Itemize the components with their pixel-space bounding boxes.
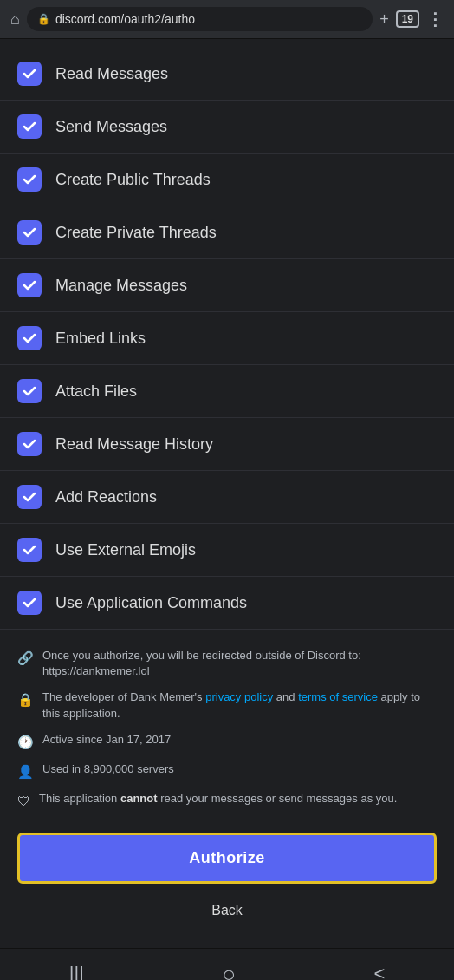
checkbox-use-application-commands[interactable] <box>17 591 42 615</box>
permission-item-send-messages[interactable]: Send Messages <box>0 101 454 154</box>
home-icon[interactable]: ⌂ <box>10 10 20 29</box>
privacy-info: 🔒 The developer of Dank Memer's privacy … <box>17 689 437 721</box>
checkbox-attach-files[interactable] <box>17 379 42 403</box>
servers-text: Used in 8,900,000 servers <box>42 761 174 777</box>
servers-info: 👤 Used in 8,900,000 servers <box>17 761 437 781</box>
link-icon: 🔗 <box>17 649 34 667</box>
checkbox-read-messages[interactable] <box>17 62 42 86</box>
permissions-list: Read Messages Send Messages Create Publi… <box>0 39 454 630</box>
permission-item-add-reactions[interactable]: Add Reactions <box>0 471 454 524</box>
permission-item-create-public-threads[interactable]: Create Public Threads <box>0 154 454 206</box>
privacy-icon: 🔒 <box>17 690 34 709</box>
permission-item-embed-links[interactable]: Embed Links <box>0 312 454 365</box>
cannot-read-text: This application cannot read your messag… <box>39 791 397 807</box>
checkbox-use-external-emojis[interactable] <box>17 538 42 562</box>
permission-item-create-private-threads[interactable]: Create Private Threads <box>0 206 454 259</box>
checkbox-create-private-threads[interactable] <box>17 220 42 245</box>
redirect-info: 🔗 Once you authorize, you will be redire… <box>17 648 437 679</box>
permission-label-embed-links: Embed Links <box>55 330 146 348</box>
permission-label-use-application-commands: Use Application Commands <box>55 594 247 612</box>
redirect-text: Once you authorize, you will be redirect… <box>42 648 437 679</box>
bottom-nav: ||| ○ < <box>0 948 454 980</box>
privacy-policy-link[interactable]: privacy policy <box>205 690 273 703</box>
permission-item-manage-messages[interactable]: Manage Messages <box>0 259 454 312</box>
active-since-info: 🕐 Active since Jan 17, 2017 <box>17 732 437 751</box>
checkbox-read-message-history[interactable] <box>17 432 42 456</box>
tab-count[interactable]: 19 <box>396 10 419 28</box>
permission-label-attach-files: Attach Files <box>55 382 137 401</box>
checkbox-send-messages[interactable] <box>17 114 42 139</box>
permission-item-use-external-emojis[interactable]: Use External Emojis <box>0 524 454 577</box>
add-tab-icon[interactable]: + <box>379 10 389 29</box>
permission-item-read-messages[interactable]: Read Messages <box>0 48 454 101</box>
circle-home-icon[interactable]: ○ <box>222 961 236 980</box>
permission-label-use-external-emojis: Use External Emojis <box>55 541 196 559</box>
menu-icon[interactable]: ||| <box>69 963 84 980</box>
shield-icon: 🛡 <box>17 792 30 810</box>
servers-icon: 👤 <box>17 762 34 781</box>
cannot-read-info: 🛡 This application cannot read your mess… <box>17 791 437 810</box>
permission-label-create-private-threads: Create Private Threads <box>55 224 217 242</box>
url-text: discord.com/oauth2/autho <box>55 12 195 26</box>
privacy-text: The developer of Dank Memer's privacy po… <box>42 689 437 721</box>
permission-label-create-public-threads: Create Public Threads <box>55 171 211 189</box>
checkbox-create-public-threads[interactable] <box>17 167 42 192</box>
back-button[interactable]: Back <box>17 891 437 931</box>
back-nav-icon[interactable]: < <box>373 963 385 980</box>
more-options-icon[interactable]: ⋮ <box>426 9 444 29</box>
checkbox-add-reactions[interactable] <box>17 485 42 509</box>
permission-label-manage-messages: Manage Messages <box>55 277 187 295</box>
permission-label-read-messages: Read Messages <box>55 65 168 83</box>
terms-link[interactable]: terms of service <box>298 690 378 703</box>
browser-bar: ⌂ 🔒 discord.com/oauth2/autho + 19 ⋮ <box>0 0 454 39</box>
permission-label-read-message-history: Read Message History <box>55 435 213 454</box>
permission-label-send-messages: Send Messages <box>55 118 167 136</box>
checkbox-embed-links[interactable] <box>17 326 42 350</box>
active-since-text: Active since Jan 17, 2017 <box>42 732 171 748</box>
info-section: 🔗 Once you authorize, you will be redire… <box>0 630 454 819</box>
permission-label-add-reactions: Add Reactions <box>55 488 157 506</box>
buttons-section: Authorize Back <box>0 819 454 948</box>
permission-item-use-application-commands[interactable]: Use Application Commands <box>0 577 454 630</box>
clock-icon: 🕐 <box>17 733 34 751</box>
authorize-button[interactable]: Authorize <box>17 833 437 884</box>
url-bar[interactable]: 🔒 discord.com/oauth2/autho <box>27 7 373 31</box>
permission-item-attach-files[interactable]: Attach Files <box>0 365 454 418</box>
permission-item-read-message-history[interactable]: Read Message History <box>0 418 454 471</box>
lock-icon: 🔒 <box>37 13 50 25</box>
checkbox-manage-messages[interactable] <box>17 273 42 297</box>
